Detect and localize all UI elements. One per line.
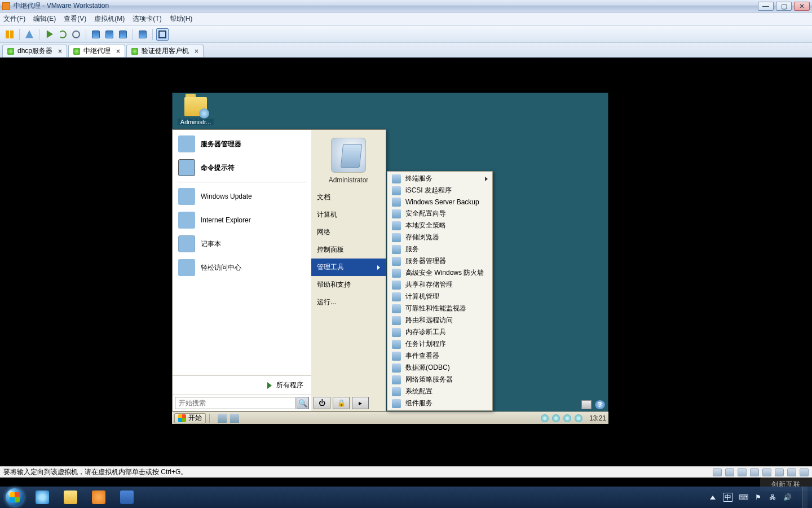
tb-suspend-icon[interactable] [3, 28, 16, 41]
rpane-documents[interactable]: 文档 [311, 189, 386, 206]
tray-icon[interactable] [563, 414, 571, 422]
rpane-network[interactable]: 网络 [311, 224, 386, 241]
at-sec-wizard[interactable]: 安全配置向导 [389, 208, 491, 220]
rpane-label: 运行... [317, 297, 336, 307]
help-icon[interactable]: ? [595, 400, 605, 409]
desktop-icon-user-folder[interactable]: Administr... [178, 97, 214, 125]
rpane-help[interactable]: 帮助和支持 [311, 276, 386, 294]
tray-icon[interactable] [552, 414, 560, 422]
device-nic-icon[interactable] [750, 468, 759, 476]
tb-restart-icon[interactable] [56, 28, 69, 41]
rpane-computer[interactable]: 计算机 [311, 206, 386, 224]
tb-view-3-icon[interactable] [117, 28, 129, 41]
device-sound-icon[interactable] [775, 468, 784, 476]
at-local-sec-policy[interactable]: 本地安全策略 [389, 220, 491, 231]
tray-keyboard-icon[interactable]: ⌨ [739, 493, 748, 502]
menu-vm[interactable]: 虚拟机(M) [94, 14, 125, 24]
recent-notepad[interactable]: 记事本 [173, 232, 311, 256]
at-computer-mgmt[interactable]: 计算机管理 [389, 291, 491, 303]
search-button[interactable]: 🔍 [297, 397, 309, 409]
power-button[interactable]: ⏻ [314, 397, 330, 409]
at-ws-backup[interactable]: Windows Server Backup [389, 196, 491, 208]
rpane-run[interactable]: 运行... [311, 294, 386, 311]
at-msconfig[interactable]: 系统配置 [389, 386, 491, 397]
host-pin-explorer[interactable] [58, 488, 83, 506]
vmware-tabbar: dhcp服务器 × 中继代理 × 验证使用客户机 × [0, 43, 812, 58]
tb-view-1-icon[interactable] [90, 28, 102, 41]
rpane-control-panel[interactable]: 控制面板 [311, 241, 386, 259]
vm-tab-dhcp[interactable]: dhcp服务器 × [2, 45, 67, 57]
ql-show-desktop-icon[interactable] [230, 414, 239, 423]
close-tab-icon[interactable]: × [195, 47, 198, 55]
ql-server-manager-icon[interactable] [218, 414, 227, 423]
tray-icon[interactable] [575, 414, 582, 422]
device-printer-icon[interactable] [787, 468, 796, 476]
vm-tab-relay[interactable]: 中继代理 × [68, 45, 125, 57]
search-input[interactable] [175, 397, 295, 409]
at-odbc[interactable]: 数据源(ODBC) [389, 362, 491, 374]
guest-start-button[interactable]: 开始 [174, 413, 206, 423]
tb-view-2-icon[interactable] [103, 28, 116, 41]
recent-ease-of-access[interactable]: 轻松访问中心 [173, 256, 311, 279]
at-services[interactable]: 服务 [389, 243, 491, 255]
ie-icon [36, 491, 49, 504]
host-pin-word[interactable] [114, 488, 140, 506]
tray-network-icon[interactable]: 🖧 [768, 493, 777, 502]
at-reliability-perf[interactable]: 可靠性和性能监视器 [389, 303, 491, 314]
at-task-scheduler[interactable]: 任务计划程序 [389, 338, 491, 350]
device-floppy-icon[interactable] [738, 468, 747, 476]
at-storage-explorer[interactable]: 存储浏览器 [389, 231, 491, 243]
pin-server-manager[interactable]: 服务器管理器 [173, 132, 311, 156]
at-server-manager[interactable]: 服务器管理器 [389, 255, 491, 267]
menu-tabs[interactable]: 选项卡(T) [133, 14, 161, 24]
guest-screen[interactable]: Administr... 服务器管理器 命令提示符 [172, 93, 608, 424]
host-start-button[interactable] [2, 487, 27, 507]
vm-tab-client[interactable]: 验证使用客户机 × [126, 45, 204, 57]
tb-snapshot-icon[interactable] [70, 28, 82, 41]
folder-icon[interactable] [581, 400, 592, 409]
at-nps[interactable]: 网络策略服务器 [389, 374, 491, 386]
tray-ime-icon[interactable]: 中 [723, 493, 733, 502]
device-usb-icon[interactable] [762, 468, 771, 476]
rpane-admin-tools[interactable]: 管理工具 [311, 259, 386, 276]
at-memory-diag[interactable]: 内存诊断工具 [389, 326, 491, 338]
at-adv-firewall[interactable]: 高级安全 Windows 防火墙 [389, 267, 491, 279]
device-hdd-icon[interactable] [713, 468, 722, 476]
at-iscsi[interactable]: iSCSI 发起程序 [389, 185, 491, 196]
menu-help[interactable]: 帮助(H) [170, 14, 193, 24]
at-share-storage[interactable]: 共享和存储管理 [389, 279, 491, 291]
at-event-viewer[interactable]: 事件查看器 [389, 350, 491, 362]
maximize-button[interactable]: ▢ [776, 2, 792, 11]
power-options-button[interactable]: ▸ [352, 397, 369, 409]
tb-unity-icon[interactable] [136, 28, 149, 41]
tb-fullscreen-icon[interactable] [156, 28, 169, 41]
at-component-svcs[interactable]: 组件服务 [389, 397, 491, 409]
menu-view[interactable]: 查看(V) [64, 14, 86, 24]
host-pin-media[interactable] [86, 488, 112, 506]
device-cd-icon[interactable] [725, 468, 734, 476]
recent-ie[interactable]: Internet Explorer [173, 208, 311, 232]
tray-expand-icon[interactable] [708, 493, 717, 502]
menu-edit[interactable]: 编辑(E) [33, 14, 56, 24]
lock-button[interactable]: 🔒 [333, 397, 350, 409]
close-tab-icon[interactable]: × [116, 47, 120, 55]
at-terminal-services[interactable]: 终端服务 [389, 173, 491, 185]
tray-volume-icon[interactable]: 🔊 [783, 493, 792, 502]
tray-icon[interactable] [541, 414, 549, 422]
recent-windows-update[interactable]: Windows Update [173, 185, 311, 208]
device-display-icon[interactable] [800, 468, 809, 476]
pin-cmd[interactable]: 命令提示符 [173, 156, 311, 179]
all-programs[interactable]: 所有程序 [173, 375, 311, 395]
menu-file[interactable]: 文件(F) [3, 14, 25, 24]
close-tab-icon[interactable]: × [58, 47, 62, 55]
show-desktop-button[interactable] [802, 487, 807, 508]
at-rras[interactable]: 路由和远程访问 [389, 314, 491, 326]
guest-clock[interactable]: 13:21 [589, 414, 606, 422]
host-pin-ie[interactable] [29, 488, 55, 506]
recent-label: 记事本 [201, 239, 221, 249]
close-button[interactable]: ✕ [794, 2, 810, 11]
tb-network-icon[interactable] [23, 28, 36, 41]
tray-action-center-icon[interactable]: ⚑ [753, 493, 762, 502]
tb-poweron-icon[interactable] [43, 28, 55, 41]
minimize-button[interactable]: — [758, 2, 774, 11]
